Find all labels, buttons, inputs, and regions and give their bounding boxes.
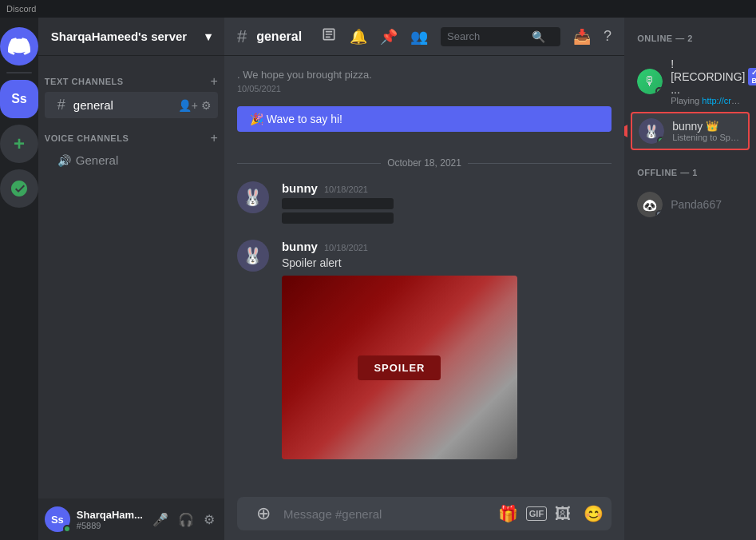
voice-channel-name: General: [76, 153, 212, 167]
search-icon: 🔍: [532, 30, 545, 43]
text-channels-category: TEXT CHANNELS +: [38, 62, 224, 91]
message-input[interactable]: [283, 498, 487, 530]
server-icon-ss[interactable]: Ss: [0, 80, 38, 118]
app-container: Discord Ss + SharqaHameed's server ▾: [0, 0, 756, 540]
voice-channels-category: VOICE CHANNELS +: [38, 119, 224, 148]
recording-avatar: 🎙: [637, 69, 663, 94]
redacted-line-1: [282, 198, 394, 209]
member-item-bunny[interactable]: 🐰 bunny 👑 Listening to Spotify 🎵: [631, 112, 750, 150]
user-info: SharqaHam... #5889: [77, 509, 143, 530]
date-divider: October 18, 2021: [237, 157, 612, 169]
server-name: SharqaHameed's server: [51, 30, 187, 43]
text-channels-label: TEXT CHANNELS: [45, 77, 124, 86]
discord-home-icon[interactable]: [0, 27, 38, 66]
help-icon[interactable]: ?: [604, 28, 612, 45]
emoji-icon[interactable]: 😊: [579, 499, 608, 528]
gif-button[interactable]: GIF: [526, 506, 547, 521]
bunny-avatar-2: 🐰: [237, 240, 269, 272]
message-author-1: bunny: [282, 181, 318, 195]
members-icon[interactable]: 👥: [410, 28, 428, 46]
discover-icon[interactable]: [0, 169, 38, 208]
user-status-dot: [63, 525, 71, 533]
chat-channel-name: general: [256, 30, 302, 44]
speaker-icon: 🔊: [57, 154, 71, 167]
user-avatar-text: Ss: [51, 514, 64, 526]
add-attachment-icon[interactable]: ⊕: [250, 497, 277, 530]
input-wrap: ⊕ 🎁 GIF 🖼 😊: [237, 497, 612, 530]
channel-icons: 👤+ ⚙: [178, 99, 212, 112]
spoiler-button[interactable]: SPOILER: [358, 355, 441, 380]
pin-icon[interactable]: 📌: [380, 28, 398, 46]
message-author-2: bunny: [282, 240, 318, 253]
panda-name: Panda667: [671, 198, 743, 211]
settings-channel-icon[interactable]: ⚙: [201, 99, 212, 112]
spoiler-image[interactable]: SPOILER: [282, 276, 517, 459]
bunny-info: bunny 👑 Listening to Spotify 🎵: [672, 120, 742, 143]
main-layout: Ss + SharqaHameed's server ▾ TEXT CHANNE…: [0, 18, 756, 540]
channel-item-general[interactable]: # general 👤+ ⚙: [45, 92, 218, 118]
invite-icon[interactable]: 👤+: [178, 99, 198, 112]
headset-icon[interactable]: 🎧: [175, 509, 197, 530]
add-voice-channel-icon[interactable]: +: [211, 132, 218, 145]
app-title: Discord: [6, 4, 36, 14]
panda-status: [655, 210, 663, 217]
panda-avatar: 🐼: [637, 192, 663, 217]
message-header-1: bunny 10/18/2021: [282, 181, 612, 195]
date-line-right: [468, 163, 612, 164]
voice-channels-label: VOICE CHANNELS: [45, 133, 129, 143]
channel-name-general: general: [73, 98, 173, 112]
red-arrow: [624, 125, 627, 137]
activity-link: http://craig.chat: [702, 96, 743, 105]
user-settings-icon[interactable]: ⚙: [200, 509, 218, 530]
threads-icon[interactable]: [321, 26, 337, 46]
spoiler-text: Spoiler alert: [282, 256, 612, 269]
channels-list: TEXT CHANNELS + # general 👤+ ⚙ VOICE CHA…: [38, 56, 224, 498]
user-discriminator: #5889: [77, 521, 143, 530]
online-section-title: ONLINE — 2: [631, 30, 750, 46]
recording-status: [655, 87, 663, 94]
search-input[interactable]: [447, 30, 527, 42]
message-content-2: bunny 10/18/2021 Spoiler alert SPOILER: [282, 240, 612, 459]
member-item-recording[interactable]: 🎙 ![RECORDING] ... ✓ BOT Playing http://…: [631, 53, 750, 110]
sticker-icon[interactable]: 🖼: [550, 500, 576, 528]
inbox-icon[interactable]: 📥: [573, 28, 591, 46]
add-text-channel-icon[interactable]: +: [211, 75, 218, 88]
search-bar[interactable]: 🔍: [441, 27, 560, 46]
channel-hash-icon: #: [57, 97, 65, 113]
message-group-2: 🐰 bunny 10/18/2021 Spoiler alert: [237, 240, 612, 459]
message-time-2: 10/18/2021: [324, 243, 368, 252]
add-server-icon[interactable]: +: [0, 125, 38, 163]
offline-section-title: OFFLINE — 1: [631, 165, 750, 181]
message-header-2: bunny 10/18/2021: [282, 240, 612, 253]
wave-button[interactable]: 🎉 Wave to say hi!: [237, 106, 612, 132]
date-line-left: [237, 163, 381, 164]
server-sidebar: Ss +: [0, 18, 38, 540]
crown-icon: 👑: [706, 120, 718, 132]
input-icons: 🎁 GIF 🖼 😊: [493, 499, 608, 528]
user-avatar-wrap: Ss: [45, 506, 70, 532]
bunny-activity: Listening to Spotify 🎵: [672, 133, 742, 143]
recording-activity: Playing http://craig.chat: [671, 96, 743, 105]
bunny-status: [657, 137, 664, 144]
mic-icon[interactable]: 🎤: [149, 509, 172, 530]
panda-info: Panda667: [671, 198, 743, 211]
user-controls: 🎤 🎧 ⚙: [149, 509, 218, 530]
voice-channel-general[interactable]: 🔊 General: [45, 149, 218, 172]
date-label: October 18, 2021: [387, 157, 461, 169]
messages-container: . We hope you brought pizza. 10/05/2021 …: [224, 56, 624, 487]
header-icons: 🔔 📌 👥 🔍 📥 ?: [321, 26, 612, 46]
member-item-panda[interactable]: 🐼 Panda667: [631, 187, 750, 222]
server-label-ss: Ss: [11, 92, 27, 106]
gift-icon[interactable]: 🎁: [493, 499, 523, 528]
user-bar: Ss SharqaHam... #5889 🎤 🎧 ⚙: [38, 498, 224, 540]
notification-icon[interactable]: 🔔: [350, 28, 367, 46]
welcome-timestamp: 10/05/2021: [237, 84, 612, 93]
redacted-line-2: [282, 212, 394, 224]
bunny-name: bunny 👑: [672, 120, 742, 133]
message-content-1: bunny 10/18/2021: [282, 181, 612, 227]
welcome-text: . We hope you brought pizza.: [237, 69, 612, 81]
server-name-bar[interactable]: SharqaHameed's server ▾: [38, 18, 224, 56]
server-chevron: ▾: [205, 30, 212, 44]
spoiler-overlay: SPOILER: [282, 276, 517, 459]
server-divider: [6, 72, 32, 73]
